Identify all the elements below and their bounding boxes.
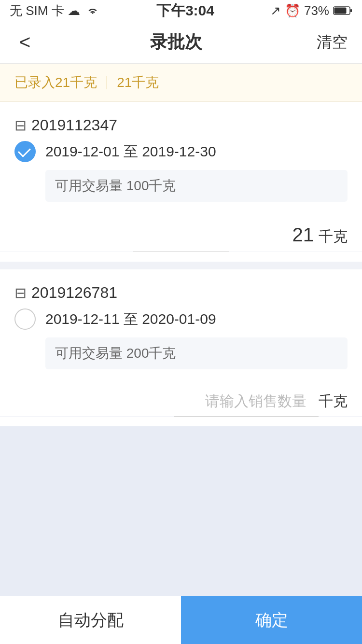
card-bottom-pad-1 <box>0 252 362 262</box>
date-range-2: 2019-12-11 至 2020-01-09 <box>45 309 216 329</box>
available-2: 可用交易量 200千克 <box>45 337 348 369</box>
date-range-1: 2019-12-01 至 2019-12-30 <box>45 142 216 162</box>
amount-row-1: 21 千克 <box>0 216 362 252</box>
qty-input-2[interactable] <box>169 393 314 409</box>
info-banner: 已录入21千克 21千克 <box>0 64 362 102</box>
batch-id-2: 2019126781 <box>31 284 117 302</box>
status-time: 下午3:04 <box>156 1 214 21</box>
info-value: 21千克 <box>117 73 159 92</box>
alarm-icon: ⏰ <box>285 3 300 18</box>
input-row-2: 千克 <box>0 384 362 416</box>
info-divider <box>107 76 107 89</box>
status-left: 无 SIM 卡 ☁ <box>10 2 100 19</box>
page-title: 录批次 <box>150 30 202 54</box>
svg-rect-2 <box>334 8 347 14</box>
svg-rect-1 <box>350 9 352 12</box>
amount-value-1: 21 <box>292 224 314 246</box>
battery-percent: 73% <box>304 3 329 18</box>
card-row-2: 2019-12-11 至 2020-01-09 <box>14 308 348 330</box>
qty-unit-2: 千克 <box>319 392 348 411</box>
footer: 自动分配 确定 <box>0 596 362 644</box>
card-row-1: 2019-12-01 至 2019-12-30 <box>14 141 348 162</box>
recorded-amount-label: 已录入21千克 <box>14 73 97 92</box>
battery-icon <box>333 6 352 15</box>
radio-1[interactable] <box>14 141 36 162</box>
gps-icon: ↗ <box>270 3 281 18</box>
card-header-1: ⊟ 2019112347 <box>14 116 348 134</box>
doc-icon-1: ⊟ <box>14 117 27 134</box>
back-button[interactable]: < <box>14 27 35 58</box>
clear-button[interactable]: 清空 <box>317 32 348 53</box>
nav-bar: < 录批次 清空 <box>0 21 362 64</box>
batch-card-2: ⊟ 2019126781 2019-12-11 至 2020-01-09 可用交… <box>0 269 362 384</box>
bottom-area <box>0 426 362 619</box>
card-divider <box>0 262 362 269</box>
radio-2[interactable] <box>14 308 36 330</box>
auto-distribute-button[interactable]: 自动分配 <box>0 596 181 644</box>
batch-id-1: 2019112347 <box>31 116 117 134</box>
status-right: ↗ ⏰ 73% <box>270 3 352 18</box>
confirm-button[interactable]: 确定 <box>181 596 362 644</box>
card-header-2: ⊟ 2019126781 <box>14 284 348 302</box>
no-sim-label: 无 SIM 卡 ☁ <box>10 2 80 19</box>
wifi-icon <box>85 5 100 16</box>
batch-card-1: ⊟ 2019112347 2019-12-01 至 2019-12-30 可用交… <box>0 102 362 216</box>
doc-icon-2: ⊟ <box>14 284 27 301</box>
status-bar: 无 SIM 卡 ☁ 下午3:04 ↗ ⏰ 73% <box>0 0 362 21</box>
available-1: 可用交易量 100千克 <box>45 170 348 202</box>
amount-unit-1: 千克 <box>319 227 348 247</box>
card-bottom-pad-2 <box>0 417 362 426</box>
